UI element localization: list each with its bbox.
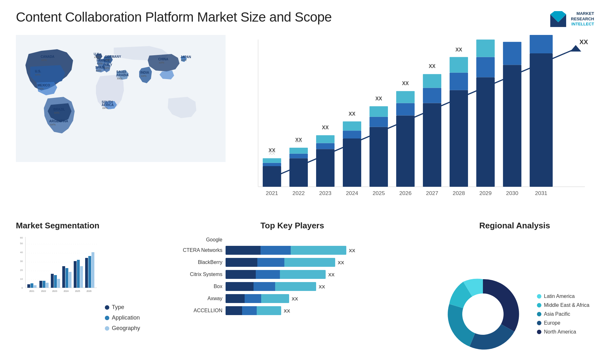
list-item: Citrix Systems XX (165, 270, 419, 279)
donut-chart (442, 273, 524, 355)
svg-rect-77 (450, 57, 468, 73)
svg-rect-52 (316, 135, 335, 143)
legend-application-label: Application (112, 314, 140, 321)
player-name: Google (165, 237, 222, 243)
svg-text:60: 60 (20, 236, 23, 239)
svg-text:XX: XX (349, 111, 356, 117)
svg-text:2024: 2024 (346, 190, 358, 196)
svg-rect-56 (343, 131, 361, 138)
players-title: Top Key Players (165, 221, 419, 231)
svg-rect-90 (530, 35, 552, 53)
svg-rect-50 (316, 149, 335, 187)
player-value: XX (292, 296, 298, 301)
legend-middle-east: Middle East & Africa (537, 302, 594, 308)
svg-text:xx%: xx% (54, 111, 59, 114)
svg-rect-45 (289, 158, 308, 187)
geography-dot (105, 326, 109, 331)
svg-text:2029: 2029 (479, 190, 492, 196)
asia-pacific-dot (537, 312, 541, 316)
seg-legend: Type Application Geography (105, 235, 143, 364)
regional-section: Regional Analysis (435, 221, 594, 364)
player-name: Citrix Systems (165, 272, 222, 277)
map-container: CANADA xx% U.S. xx% MEXICO xx% BRAZIL xx… (16, 35, 226, 214)
player-value: XX (328, 272, 335, 277)
svg-text:2021: 2021 (266, 190, 278, 196)
svg-rect-46 (289, 154, 308, 158)
svg-text:XX: XX (429, 64, 436, 69)
svg-rect-119 (57, 279, 60, 288)
player-name: Box (165, 284, 222, 289)
list-item: CTERA Networks XX (165, 246, 419, 255)
application-dot (105, 316, 109, 320)
svg-text:2025: 2025 (373, 190, 385, 196)
svg-rect-80 (476, 77, 495, 187)
player-name: CTERA Networks (165, 247, 222, 253)
svg-rect-130 (88, 256, 91, 288)
svg-rect-42 (263, 158, 281, 163)
logo-icon (549, 10, 568, 29)
svg-text:ARABIA: ARABIA (116, 73, 129, 77)
latin-america-label: Latin America (544, 293, 575, 299)
growth-bar-chart: XX XX 2021 XX 2022 (235, 35, 594, 214)
player-bar-container: XX (226, 282, 419, 291)
svg-text:0: 0 (22, 286, 23, 289)
player-bar (226, 270, 326, 279)
svg-rect-118 (54, 275, 57, 288)
player-name: Axway (165, 296, 222, 301)
svg-text:xx%: xx% (96, 69, 101, 72)
player-bar (226, 294, 289, 303)
legend-europe: Europe (537, 320, 594, 326)
page-title: Content Collaboration Platform Market Si… (16, 10, 332, 25)
svg-text:20: 20 (20, 269, 23, 272)
svg-rect-110 (30, 283, 33, 288)
list-item: Axway XX (165, 294, 419, 303)
svg-text:XX: XX (269, 151, 275, 156)
svg-text:2023: 2023 (52, 290, 57, 292)
top-section: CANADA xx% U.S. xx% MEXICO xx% BRAZIL xx… (16, 35, 594, 214)
svg-text:2025: 2025 (75, 290, 80, 292)
svg-text:xx%: xx% (141, 74, 146, 78)
legend-geography: Geography (105, 325, 143, 332)
middle-east-label: Middle East & Africa (544, 302, 589, 308)
svg-text:XX: XX (295, 139, 302, 144)
svg-text:2021: 2021 (29, 290, 34, 292)
svg-text:2026: 2026 (399, 190, 412, 196)
legend-north-america: North America (537, 329, 594, 335)
player-bar-container: XX (226, 258, 419, 267)
player-bar (226, 258, 335, 267)
list-item: Box XX (165, 282, 419, 291)
svg-text:xx%: xx% (105, 58, 111, 61)
player-bar-container: XX (226, 246, 419, 255)
svg-text:xx%: xx% (102, 106, 108, 110)
europe-label: Europe (544, 320, 560, 326)
segmentation-section: Market Segmentation 0 10 20 30 40 50 60 (16, 221, 149, 364)
svg-marker-38 (570, 45, 581, 51)
svg-rect-62 (369, 106, 388, 117)
svg-rect-121 (62, 266, 65, 288)
svg-text:2022: 2022 (41, 290, 46, 292)
list-item: BlackBerry XX (165, 258, 419, 267)
svg-point-133 (462, 293, 504, 335)
svg-text:2031: 2031 (535, 190, 547, 196)
svg-rect-131 (92, 252, 94, 288)
svg-text:50: 50 (20, 242, 23, 245)
svg-text:xx%: xx% (97, 62, 103, 65)
svg-text:2027: 2027 (426, 190, 438, 196)
svg-rect-86 (503, 42, 521, 65)
players-section: Top Key Players Google CTERA Networks (159, 221, 426, 364)
world-map: CANADA xx% U.S. xx% MEXICO xx% BRAZIL xx… (16, 35, 226, 162)
svg-text:2030: 2030 (506, 190, 518, 196)
svg-text:2026: 2026 (86, 290, 92, 292)
legend-type: Type (105, 304, 143, 311)
legend-latin-america: Latin America (537, 293, 594, 299)
svg-text:INDIA: INDIA (140, 71, 149, 74)
svg-text:XX: XX (322, 125, 329, 130)
svg-text:xx%: xx% (50, 123, 56, 126)
regional-title: Regional Analysis (435, 221, 594, 231)
player-bar-container: XX (226, 306, 419, 315)
logo-text: MARKET RESEARCH INTELLECT (571, 11, 594, 27)
svg-rect-123 (69, 272, 71, 288)
player-name: ACCELLION (165, 308, 222, 313)
svg-rect-55 (343, 138, 361, 187)
player-value: XX (349, 248, 355, 253)
